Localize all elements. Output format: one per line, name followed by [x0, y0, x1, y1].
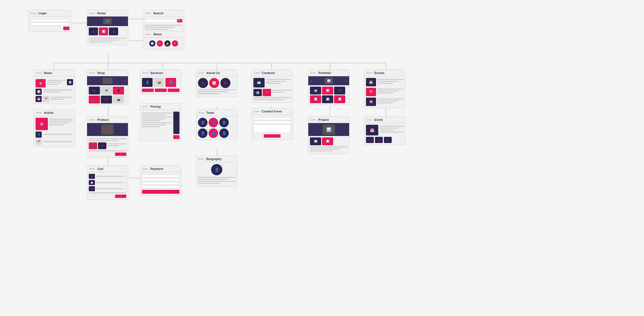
team-avatar5: 👤 — [209, 128, 218, 138]
news-icon3: 📊 — [36, 89, 42, 95]
login-title: Login — [38, 11, 47, 15]
share-card: Share 🕐 ✏ 👍 ↗ — [143, 31, 184, 50]
services-icon1: 👤 — [142, 78, 153, 87]
cart-checkout-btn[interactable]: › — [115, 195, 126, 198]
contacts-icon1: 📧 — [253, 78, 265, 87]
home-title: Home — [97, 11, 106, 15]
project-title: Project — [318, 118, 329, 121]
login-card: Login › — [28, 10, 71, 32]
login-submit-btn[interactable]: › — [63, 27, 69, 30]
biography-avatar: 👤 — [211, 164, 222, 175]
pricing-chart — [173, 112, 179, 134]
product-title: Product — [97, 118, 109, 121]
services-title: Services — [150, 71, 163, 75]
aboutus-icon2: 📊 — [209, 78, 219, 88]
event-title: Event — [374, 118, 383, 121]
aboutus-card: About Us ⊞ 📊 ⊟ — [196, 70, 237, 97]
cart-card: Cart 🖥 ✕ 📋 ✕ 🖨 ✕ › — [87, 165, 128, 200]
share-title: Share — [153, 33, 162, 36]
news-icon5: 📅 — [43, 96, 49, 102]
portfolio-title: Portfolio — [318, 71, 331, 75]
services-icon2: 📦 — [154, 78, 164, 87]
share-pen-icon: ✏ — [157, 40, 163, 47]
team-avatar2: 👤 — [209, 118, 218, 127]
portfolio-card: Portfolio ‹ 📊 › 🏢 📊 🏗 📊 📊 📊 — [308, 70, 349, 105]
share-clock-icon: 🕐 — [149, 40, 155, 47]
article-icon1: 👤 — [36, 132, 42, 138]
team-card: Team 👤 👤 👤 👤 👤 👤 — [196, 109, 237, 140]
pricing-btn[interactable]: › — [173, 135, 179, 139]
team-avatar4: 👤 — [198, 128, 207, 138]
news-title: News — [44, 71, 52, 75]
services-btn2[interactable]: › — [155, 89, 167, 92]
events-card: Events 📅 🏆 📢 — [364, 70, 405, 108]
team-avatar6: 👤 — [219, 128, 229, 138]
contacts-title: Contacts — [262, 71, 275, 75]
search-btn[interactable]: 🔍 — [177, 19, 182, 22]
product-card: Product 🖥 📺 🖨 › — [87, 116, 128, 158]
contacts-icon3: 📌 — [263, 89, 271, 96]
services-icon3: 🌐 — [165, 78, 176, 87]
pricing-title: Pricing — [150, 105, 161, 108]
article-main-icon: ⊞ — [36, 118, 48, 130]
payment-submit-btn[interactable]: › — [142, 190, 179, 194]
aboutus-icon3: ⊟ — [220, 78, 230, 88]
news-icon4: 📅 — [36, 96, 42, 102]
project-card: Project 📊 📊 📊 — [308, 116, 349, 154]
services-btn1[interactable]: › — [142, 89, 154, 92]
pricing-card: Pricing › — [140, 103, 181, 141]
payment-title: Payment — [150, 167, 163, 170]
aboutus-icon1: ⊞ — [198, 78, 208, 88]
search-title: Search — [153, 11, 164, 15]
news-icon1: ⊞ — [36, 79, 46, 87]
share-like-icon: 👍 — [164, 40, 171, 47]
event-icon2: ⊞ — [366, 137, 374, 143]
biography-title: Biography — [206, 157, 221, 161]
contactform-submit-btn[interactable]: › — [264, 134, 281, 138]
home-card: Home ‹ ⊞ › ⊞ 📊 ⊟ — [87, 10, 128, 45]
team-title: Team — [206, 111, 214, 114]
services-card: Services 👤 📦 🌐 › › › — [140, 70, 181, 94]
news-icon2: 📋 — [67, 79, 73, 85]
cart-title: Cart — [97, 167, 103, 170]
aboutus-title: About Us — [206, 71, 220, 75]
events-title: Events — [374, 71, 384, 75]
team-avatar1: 👤 — [198, 118, 207, 127]
shop-title: Shop — [97, 71, 105, 75]
events-icon2: 🏆 — [366, 88, 376, 96]
biography-card: Biography ‹ 👤 › — [196, 156, 237, 187]
event-icon4: ⊞ — [384, 137, 392, 143]
event-card: Event 📅 ⊞ ⊞ ⊞ — [364, 116, 405, 145]
events-icon3: 📢 — [366, 98, 376, 106]
services-btn3[interactable]: › — [168, 89, 179, 92]
shop-card: Shop ‹ 🖥 › 🖥 💻 📱 📺 🖨 📷 — [87, 70, 128, 105]
event-icon3: ⊞ — [375, 137, 383, 143]
search-card: Search 🔍 — [143, 10, 184, 33]
contacts-icon2: 🏢 — [253, 89, 262, 96]
product-btn[interactable]: › — [115, 153, 126, 156]
events-icon1: 📅 — [366, 78, 376, 86]
contactform-title: Contact Form — [262, 110, 282, 113]
contacts-card: Contacts 📧 🏢 📌 — [251, 70, 293, 103]
article-title: Article — [44, 111, 53, 114]
payment-card: Payment › — [140, 165, 181, 196]
contactform-card: Contact Form › — [251, 108, 293, 140]
team-avatar3: 👤 — [219, 118, 229, 127]
article-card: Article ⊞ 👤 📅 — [34, 109, 75, 147]
news-card: News ⊞ 📋 📊 📅 — [34, 70, 75, 104]
event-icon1: 📅 — [366, 125, 378, 135]
article-icon2: 📅 — [36, 139, 42, 145]
share-share-icon: ↗ — [172, 40, 178, 47]
